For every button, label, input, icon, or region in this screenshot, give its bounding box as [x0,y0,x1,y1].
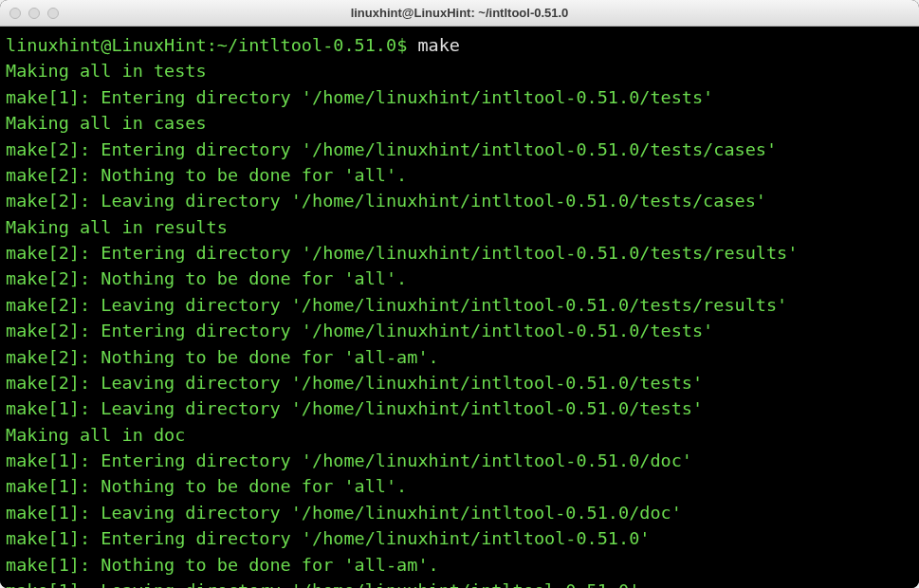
prompt-line-1: linuxhint@LinuxHint:~/intltool-0.51.0$ m… [6,32,913,58]
terminal-output-line: Making all in doc [6,422,913,448]
maximize-icon[interactable] [47,8,59,19]
terminal-output-line: make[2]: Nothing to be done for 'all'. [6,266,913,291]
terminal-output-line: make[2]: Leaving directory '/home/linuxh… [6,188,913,213]
terminal-output-line: make[2]: Nothing to be done for 'all'. [6,162,913,188]
terminal-output-line: make[1]: Entering directory '/home/linux… [6,525,913,551]
minimize-icon[interactable] [28,8,40,19]
close-icon[interactable] [9,8,21,19]
prompt-userhost: linuxhint@LinuxHint [6,35,207,55]
terminal-output-line: make[1]: Entering directory '/home/linux… [6,84,913,110]
terminal-output-line: make[1]: Leaving directory '/home/linuxh… [6,500,913,525]
prompt-path: ~/intltool-0.51.0 [217,35,396,55]
window-title: linuxhint@LinuxHint: ~/intltool-0.51.0 [351,6,569,20]
terminal-output-line: make[2]: Entering directory '/home/linux… [6,240,913,266]
terminal-output-line: make[1]: Entering directory '/home/linux… [6,448,913,473]
terminal-output-line: make[2]: Entering directory '/home/linux… [6,137,913,162]
terminal-output-line: Making all in cases [6,110,913,136]
titlebar: linuxhint@LinuxHint: ~/intltool-0.51.0 [0,0,919,27]
terminal-output-line: make[1]: Leaving directory '/home/linuxh… [6,578,913,588]
terminal-output-line: make[2]: Leaving directory '/home/linuxh… [6,370,913,395]
terminal-output-line: Making all in tests [6,58,913,83]
terminal-output-line: make[1]: Nothing to be done for 'all-am'… [6,552,913,578]
terminal-window: linuxhint@LinuxHint: ~/intltool-0.51.0 l… [0,0,919,588]
terminal-output-line: Making all in results [6,214,913,240]
terminal-body[interactable]: linuxhint@LinuxHint:~/intltool-0.51.0$ m… [0,27,919,588]
terminal-output-line: make[1]: Nothing to be done for 'all'. [6,473,913,499]
terminal-output-line: make[2]: Leaving directory '/home/linuxh… [6,292,913,318]
terminal-output-line: make[2]: Entering directory '/home/linux… [6,318,913,343]
prompt-symbol: $ [396,35,407,55]
terminal-output-line: make[2]: Nothing to be done for 'all-am'… [6,344,913,370]
window-controls [9,8,59,19]
command-text: make [417,35,460,55]
terminal-output-line: make[1]: Leaving directory '/home/linuxh… [6,395,913,421]
